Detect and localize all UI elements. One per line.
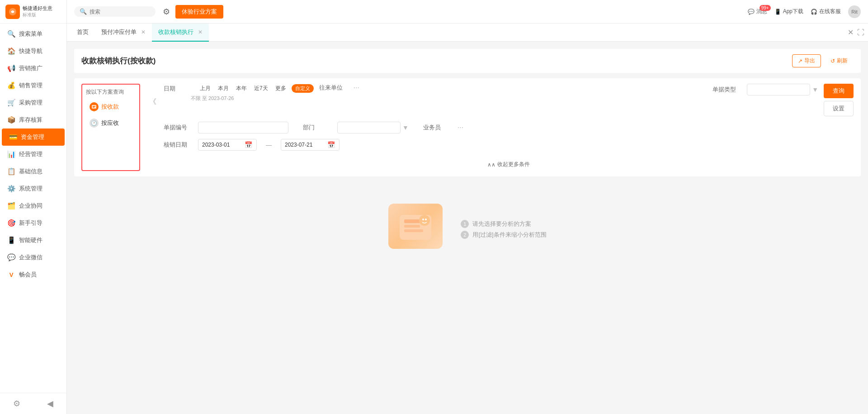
query-button[interactable]: 查询 xyxy=(824,84,854,98)
export-button[interactable]: ↗ 导出 xyxy=(792,54,821,67)
sidebar-item-enterprise[interactable]: 🗂️ 企业协同 xyxy=(0,197,66,214)
doctype-select[interactable] xyxy=(747,84,810,95)
date-this-month[interactable]: 本月 xyxy=(216,84,231,93)
service-btn[interactable]: 🎧 在线客服 xyxy=(811,8,841,15)
tab-receive-verify-label: 收款核销执行 xyxy=(158,28,193,36)
finance-icon: 💳 xyxy=(9,133,17,141)
search-input[interactable] xyxy=(90,9,144,15)
collapse-more-btn[interactable]: ∧∧ 收起更多条件 xyxy=(164,158,854,171)
verify-date-start-input[interactable] xyxy=(202,142,243,148)
sidebar-nav: 🔍 搜索菜单 🏠 快捷导航 📢 营销推广 💰 销售管理 🛒 采购管理 📦 库存核… xyxy=(0,24,66,393)
sidebar-item-wechat[interactable]: 💬 企业微信 xyxy=(0,249,66,266)
app-icon: 📱 xyxy=(774,9,781,15)
guide-icon: 🎯 xyxy=(7,219,15,227)
sidebar-item-label: 采购管理 xyxy=(19,99,42,107)
refresh-button[interactable]: ↺ 刷新 xyxy=(825,54,854,67)
calendar-end-icon[interactable]: 📅 xyxy=(327,141,335,148)
sidebar-bottom: ⚙ ◀ xyxy=(0,393,66,414)
sidebar-item-guide[interactable]: 🎯 新手引导 xyxy=(0,214,66,232)
topbar-search-box[interactable]: 🔍 xyxy=(74,6,156,17)
date-separator: — xyxy=(266,142,272,148)
sidebar-item-label: 企业协同 xyxy=(19,202,42,210)
empty-illustration xyxy=(388,204,443,249)
employee-row: 业务员 ··· xyxy=(423,124,463,132)
sidebar: 畅捷通好生意 标准版 🔍 搜索菜单 🏠 快捷导航 📢 营销推广 💰 销售管理 🛒… xyxy=(0,0,67,414)
logo-text: 畅捷通好生意 xyxy=(23,5,52,11)
date-filter-row: 日期 上月 本月 本年 近7天 更多 自定义 xyxy=(164,84,314,93)
refresh-icon: ↺ xyxy=(830,58,835,64)
docno-row: 单据编号 xyxy=(164,122,288,133)
basic-icon: 📋 xyxy=(7,167,15,176)
dept-select[interactable] xyxy=(337,122,401,133)
date-more[interactable]: 更多 xyxy=(274,84,288,93)
settings-bottom-button[interactable]: ⚙ xyxy=(11,397,22,410)
svg-point-8 xyxy=(419,215,430,226)
sidebar-item-sales[interactable]: 💰 销售管理 xyxy=(0,77,66,94)
page-header: 收款核销执行(按收款) ↗ 导出 ↺ 刷新 xyxy=(74,49,861,73)
content-area: 收款核销执行(按收款) ↗ 导出 ↺ 刷新 按以下方案查询 xyxy=(67,42,868,414)
tab-receive-verify[interactable]: 收款核销执行 ✕ xyxy=(152,24,209,42)
sidebar-item-basic[interactable]: 📋 基础信息 xyxy=(0,163,66,180)
filter-option-by-receipt[interactable]: 按收款 xyxy=(86,100,136,114)
chevron-up-icon: ∧∧ xyxy=(487,162,495,168)
date-last-month[interactable]: 上月 xyxy=(198,84,212,93)
docno-label: 单据编号 xyxy=(164,124,191,132)
sidebar-item-label: 销售管理 xyxy=(19,81,42,90)
sidebar-item-search[interactable]: 🔍 搜索菜单 xyxy=(0,25,66,43)
settings-icon[interactable]: ⚙ xyxy=(163,7,170,17)
avatar: Rit xyxy=(848,5,861,18)
date-this-year[interactable]: 本年 xyxy=(234,84,249,93)
tab-prepay-close[interactable]: ✕ xyxy=(141,29,146,35)
user-name: Rit xyxy=(851,9,857,14)
main-area: 🔍 ⚙ 休验行业方案 💬 消息 99+ 📱 App下载 🎧 在线客服 Rit xyxy=(67,0,868,414)
tab-receive-verify-close[interactable]: ✕ xyxy=(198,29,203,35)
sidebar-item-label: 搜索菜单 xyxy=(19,30,42,38)
docno-input[interactable] xyxy=(198,122,288,133)
message-btn[interactable]: 💬 消息 99+ xyxy=(748,8,767,15)
system-icon: ⚙️ xyxy=(7,185,15,193)
svg-point-9 xyxy=(422,219,424,220)
tab-home[interactable]: 首页 xyxy=(71,24,95,42)
verify-date-row: 核销日期 📅 — 📅 xyxy=(164,139,854,151)
sidebar-item-operation[interactable]: 📊 经营管理 xyxy=(0,146,66,163)
counterpart-dots: ··· xyxy=(354,84,359,92)
user-btn[interactable]: Rit xyxy=(848,5,861,18)
sidebar-item-inventory[interactable]: 📦 库存核算 xyxy=(0,111,66,128)
refresh-label: 刷新 xyxy=(837,57,848,65)
expand-icon[interactable]: ⛶ xyxy=(857,29,864,37)
tab-prepay[interactable]: 预付冲应付单 ✕ xyxy=(95,24,152,42)
calendar-start-icon[interactable]: 📅 xyxy=(245,141,252,148)
logo-sub: 标准版 xyxy=(23,12,52,18)
sidebar-item-purchase[interactable]: 🛒 采购管理 xyxy=(0,94,66,111)
settings-button[interactable]: 设置 xyxy=(824,101,854,116)
verify-date-end-input[interactable] xyxy=(285,142,326,148)
close-tab-icon[interactable]: ✕ xyxy=(848,28,854,37)
svg-rect-6 xyxy=(404,225,420,228)
query-actions: 查询 设置 xyxy=(824,84,854,116)
verify-date-label: 核销日期 xyxy=(164,141,191,149)
filter-main: 日期 上月 本月 本年 近7天 更多 自定义 不限 至 2023-0 xyxy=(164,84,854,171)
tip-text-2: 用[过滤]条件来缩小分析范围 xyxy=(472,231,546,239)
sidebar-item-marketing[interactable]: 📢 营销推广 xyxy=(0,60,66,77)
sidebar-item-system[interactable]: ⚙️ 系统管理 xyxy=(0,180,66,197)
sidebar-item-finance[interactable]: 💳 资金管理 xyxy=(2,128,65,146)
export-icon: ↗ xyxy=(798,58,802,64)
industry-btn[interactable]: 休验行业方案 xyxy=(175,5,223,19)
filter-option-by-receipt-label: 按收款 xyxy=(101,103,119,111)
filter-option-by-receivable[interactable]: 🕐 按应收 xyxy=(86,116,136,130)
sales-icon: 💰 xyxy=(7,81,15,90)
sidebar-item-smart[interactable]: 📱 智能硬件 xyxy=(0,232,66,249)
tabbar-actions: ✕ ⛶ xyxy=(848,28,868,37)
app-download-btn[interactable]: 📱 App下载 xyxy=(774,8,803,15)
marketing-icon: 📢 xyxy=(7,64,15,72)
date-custom[interactable]: 自定义 xyxy=(292,84,314,93)
search-icon: 🔍 xyxy=(80,8,87,15)
sidebar-item-member[interactable]: V 畅会员 xyxy=(0,266,66,283)
sidebar-item-quick-nav[interactable]: 🏠 快捷导航 xyxy=(0,43,66,60)
tab-home-label: 首页 xyxy=(77,28,89,36)
date-label: 日期 xyxy=(164,85,191,93)
filter-collapse-btn[interactable]: 《 xyxy=(149,97,156,107)
date-last-7days[interactable]: 近7天 xyxy=(252,84,270,93)
collapse-sidebar-button[interactable]: ◀ xyxy=(45,397,55,410)
receivable-icon: 🕐 xyxy=(90,119,99,128)
